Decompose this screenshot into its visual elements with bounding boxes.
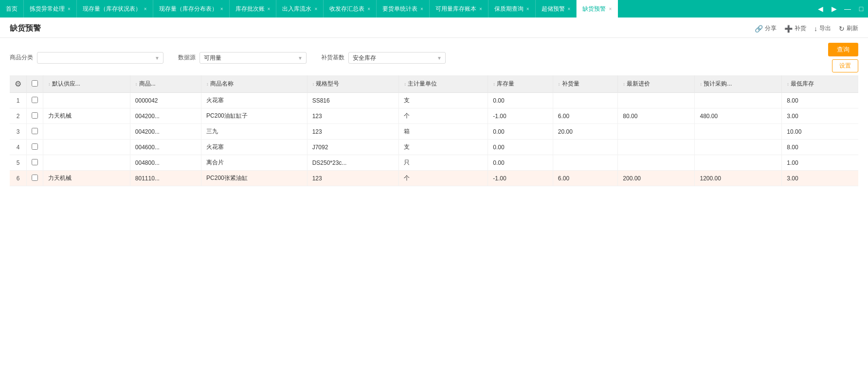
tab-stock-batch[interactable]: 库存批次账 ×: [230, 0, 277, 18]
window-maximize-button[interactable]: □: [854, 0, 868, 18]
row-select-2[interactable]: [32, 112, 38, 119]
row-select-3[interactable]: [32, 128, 38, 134]
tab-prev-button[interactable]: ◀: [814, 0, 827, 18]
tab-abnormal[interactable]: 拣货异常处理 ×: [24, 0, 77, 18]
replenish-icon: ➕: [784, 25, 793, 33]
cell-stock-1: 0.00: [488, 93, 553, 108]
tab-close-stock-batch[interactable]: ×: [268, 6, 271, 12]
tab-order-stat[interactable]: 要货单统计表 ×: [377, 0, 430, 18]
tab-close-shortage[interactable]: ×: [609, 6, 612, 12]
export-button[interactable]: ↓ 导出: [814, 24, 831, 33]
tab-close-stock-status[interactable]: ×: [144, 6, 147, 12]
tab-available[interactable]: 可用量库存账本 ×: [430, 0, 488, 18]
tab-shortage[interactable]: 缺货预警 ×: [577, 0, 618, 18]
settings-button[interactable]: 设置: [832, 59, 858, 72]
cell-code-1: 0000042: [130, 93, 201, 108]
refresh-button[interactable]: ↻ 刷新: [839, 24, 858, 33]
tab-stock-dist[interactable]: 现存量（库存分布表） ×: [153, 0, 230, 18]
row-num-1: 1: [10, 93, 27, 108]
cell-replenish-3: 20.00: [553, 124, 617, 140]
row-select-5[interactable]: [32, 159, 38, 165]
cell-min-3: 10.00: [782, 124, 858, 140]
filter-actions: 查询 设置: [828, 43, 858, 72]
tab-bar: 首页 拣货异常处理 × 现存量（库存状况表） × 现存量（库存分布表） × 库存…: [0, 0, 868, 18]
row-num-5: 5: [10, 155, 27, 171]
cell-spec-4: J7092: [307, 140, 399, 155]
tab-expiry[interactable]: 保质期查询 ×: [488, 0, 536, 18]
row-select-1[interactable]: [32, 97, 38, 103]
cell-name-2: PC200油缸缸子: [201, 108, 307, 124]
replenish-button[interactable]: ➕ 补货: [784, 24, 806, 33]
category-select[interactable]: [37, 52, 163, 64]
shortage-table: ⚙ ↕ 默认供应... ↕ 商品... ↕ 商品名称: [10, 75, 858, 186]
cell-spec-2: 123: [307, 108, 399, 124]
cell-replenish-4: [553, 140, 617, 155]
tab-close-collect[interactable]: ×: [367, 6, 370, 12]
category-select-wrapper: ▼: [37, 52, 163, 64]
cell-min-2: 3.00: [782, 108, 858, 124]
cell-name-4: 火花塞: [201, 140, 307, 155]
replenish-base-select[interactable]: 安全库存: [348, 52, 446, 64]
cell-stock-2: -1.00: [488, 108, 553, 124]
cell-supplier-2: 力天机械: [43, 108, 130, 124]
cell-stock-4: 0.00: [488, 140, 553, 155]
tab-overstock[interactable]: 超储预警 ×: [536, 0, 577, 18]
th-min-stock: ↕ 最低库存: [782, 75, 858, 93]
table-row: 3 004200... 三九 123 箱 0.00 20.00 10.00: [10, 124, 858, 140]
datasource-filter-group: 数据源 可用量 ▼: [178, 52, 307, 64]
th-latest-price: ↕ 最新进价: [618, 75, 695, 93]
column-settings-icon[interactable]: ⚙: [15, 80, 21, 88]
tab-close-expiry[interactable]: ×: [526, 6, 529, 12]
tab-close-order-stat[interactable]: ×: [420, 6, 423, 12]
th-stock: ↕ 库存量: [488, 75, 553, 93]
tab-next-button[interactable]: ▶: [827, 0, 841, 18]
cell-price-2: 80.00: [618, 108, 695, 124]
tab-stock-flow[interactable]: 出入库流水 ×: [276, 0, 324, 18]
row-num-4: 4: [10, 140, 27, 155]
tab-home[interactable]: 首页: [0, 0, 24, 18]
row-select-6[interactable]: [32, 175, 38, 181]
cell-est-6: 1200.00: [695, 171, 782, 186]
row-select-4[interactable]: [32, 143, 38, 150]
cell-code-6: 801110...: [130, 171, 201, 186]
query-button[interactable]: 查询: [828, 43, 858, 56]
cell-stock-5: 0.00: [488, 155, 553, 171]
tab-close-available[interactable]: ×: [479, 6, 482, 12]
cell-est-2: 480.00: [695, 108, 782, 124]
tab-stock-status[interactable]: 现存量（库存状况表） ×: [77, 0, 153, 18]
share-button[interactable]: 🔗 分享: [755, 24, 777, 33]
sort-spec-icon: ↕: [312, 82, 315, 87]
cell-supplier-6: 力天机械: [43, 171, 130, 186]
row-num-3: 3: [10, 124, 27, 140]
th-est-purchase: ↕ 预计采购...: [695, 75, 782, 93]
window-minimize-button[interactable]: —: [841, 0, 854, 18]
tab-close-stock-flow[interactable]: ×: [314, 6, 317, 12]
replenish-base-label: 补货基数: [321, 53, 344, 62]
row-num-6: 6: [10, 171, 27, 186]
cell-unit-5: 只: [399, 155, 488, 171]
table-header-row: ⚙ ↕ 默认供应... ↕ 商品... ↕ 商品名称: [10, 75, 858, 93]
row-checkbox-4: [27, 140, 43, 155]
tab-close-abnormal[interactable]: ×: [68, 6, 71, 12]
cell-price-5: [618, 155, 695, 171]
datasource-select[interactable]: 可用量: [199, 52, 307, 64]
th-goods-code: ↕ 商品...: [130, 75, 201, 93]
th-goods-name: ↕ 商品名称: [201, 75, 307, 93]
th-supplier: ↕ 默认供应...: [43, 75, 130, 93]
tab-close-overstock[interactable]: ×: [568, 6, 571, 12]
table-row: 1 0000042 火花塞 SS816 支 0.00 8.00: [10, 93, 858, 108]
sort-supplier-icon: ↕: [48, 82, 51, 87]
cell-replenish-6: 6.00: [553, 171, 617, 186]
tab-collect[interactable]: 收发存汇总表 ×: [324, 0, 377, 18]
cell-spec-1: SS816: [307, 93, 399, 108]
th-checkbox: [27, 75, 43, 93]
tab-close-stock-dist[interactable]: ×: [220, 6, 223, 12]
cell-stock-3: 0.00: [488, 124, 553, 140]
cell-supplier-5: [43, 155, 130, 171]
page-title: 缺货预警: [10, 23, 755, 34]
export-icon: ↓: [814, 25, 817, 33]
cell-name-3: 三九: [201, 124, 307, 140]
cell-stock-6: -1.00: [488, 171, 553, 186]
th-replenish: ↕ 补货量: [553, 75, 617, 93]
select-all-checkbox[interactable]: [32, 80, 38, 87]
